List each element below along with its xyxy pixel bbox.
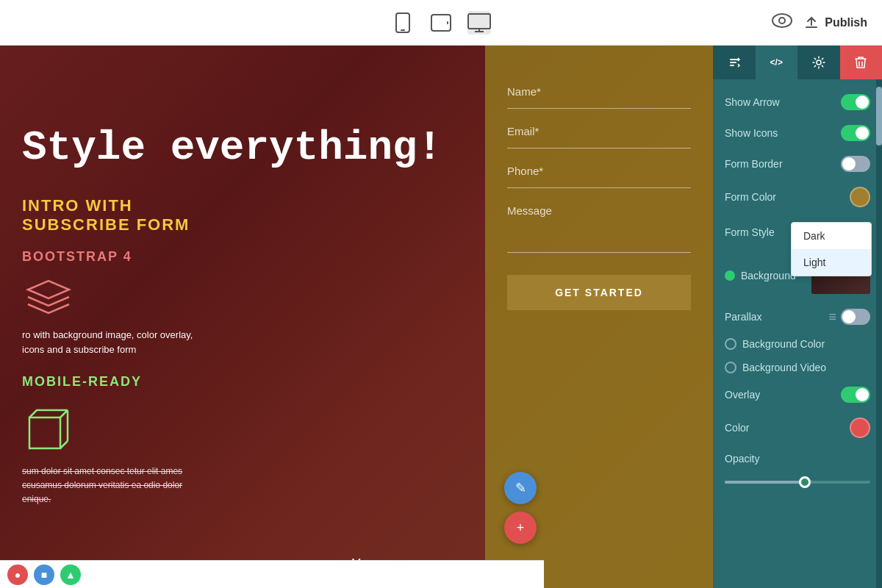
lorem-text: sum dolor sit amet consec tetur elit ame… <box>22 465 470 507</box>
hero-title: Style everything! <box>22 126 470 170</box>
phone-field[interactable] <box>507 154 691 188</box>
show-arrow-label: Show Arrow <box>725 96 780 108</box>
parallax-row: Parallax ≡ <box>713 301 882 332</box>
bottom-icon-2[interactable]: ■ <box>34 564 54 585</box>
color-swatch[interactable] <box>850 417 870 438</box>
overlay-toggle[interactable] <box>841 387 870 403</box>
opacity-label: Opacity <box>725 453 759 465</box>
bg-video-row[interactable]: Background Video <box>713 356 882 379</box>
bg-color-label: Background Color <box>742 338 825 350</box>
hero-heading1: INTRO WITH <box>22 196 470 215</box>
mobile-label: MOBILE-READY <box>22 374 470 390</box>
submit-button[interactable]: GET STARTED <box>507 275 691 310</box>
sidebar-content: Show Arrow Show Icons Form Border <box>713 79 882 588</box>
color-row: Color <box>713 410 882 445</box>
show-arrow-row: Show Arrow <box>713 87 882 118</box>
sidebar-panel: </> Show Arrow <box>713 46 882 588</box>
sidebar-toolbar: </> <box>713 46 882 79</box>
opacity-slider-row <box>713 472 882 488</box>
svg-point-5 <box>772 14 792 27</box>
svg-rect-1 <box>401 29 405 31</box>
form-color-swatch[interactable] <box>850 187 870 207</box>
hero-desc: ro with background image, color overlay,… <box>22 328 470 356</box>
stack-icon <box>22 275 75 319</box>
main-area: Style everything! INTRO WITH SUBSCRIBE F… <box>0 46 882 588</box>
hero-heading2: SUBSCRIBE FORM <box>22 215 470 234</box>
scrollbar-thumb[interactable] <box>876 87 882 146</box>
message-field[interactable] <box>507 194 691 253</box>
canvas: Style everything! INTRO WITH SUBSCRIBE F… <box>0 46 713 588</box>
sidebar-scrollbar[interactable] <box>876 79 882 588</box>
svg-rect-7 <box>29 417 60 448</box>
form-style-dropdown[interactable]: Dark Light <box>791 222 872 276</box>
svg-rect-4 <box>468 14 490 29</box>
form-border-label: Form Border <box>725 158 783 170</box>
bg-color-row[interactable]: Background Color <box>713 332 882 356</box>
publish-button[interactable]: Publish <box>804 15 867 30</box>
show-icons-label: Show Icons <box>725 127 778 139</box>
form-border-toggle[interactable] <box>841 156 870 172</box>
sidebar-sort-button[interactable] <box>713 46 756 79</box>
color-label: Color <box>725 422 749 434</box>
bootstrap-label: BOOTSTRAP 4 <box>22 249 470 265</box>
parallax-toggle[interactable] <box>841 309 870 325</box>
show-arrow-toggle[interactable] <box>841 94 870 110</box>
parallax-label: Parallax <box>725 311 762 323</box>
sidebar-delete-button[interactable] <box>840 46 883 79</box>
hero-left: Style everything! INTRO WITH SUBSCRIBE F… <box>0 46 485 588</box>
form-style-row: Form Style Dark Light ▼ Dark Light <box>713 215 882 250</box>
svg-rect-3 <box>447 21 448 24</box>
hero-background: Style everything! INTRO WITH SUBSCRIBE F… <box>0 46 713 588</box>
fab-edit-button[interactable]: ✎ <box>504 472 537 504</box>
sidebar-code-button[interactable]: </> <box>756 46 798 79</box>
fab-add-button[interactable]: + <box>504 512 537 544</box>
lines-icon: ≡ <box>828 309 836 325</box>
show-icons-toggle[interactable] <box>841 125 870 141</box>
email-field[interactable] <box>507 115 691 148</box>
opacity-slider-track[interactable] <box>725 481 870 484</box>
background-label: Background <box>741 270 796 282</box>
bottom-bar: ● ■ ▲ <box>0 560 544 588</box>
eye-icon[interactable] <box>772 13 792 32</box>
bottom-icon-1[interactable]: ● <box>7 564 28 585</box>
svg-point-6 <box>779 18 785 24</box>
form-style-label: Form Style <box>725 226 775 238</box>
device-switcher <box>391 11 491 35</box>
svg-point-8 <box>817 60 821 65</box>
hero-content: Style everything! INTRO WITH SUBSCRIBE F… <box>0 46 713 588</box>
opacity-slider-thumb[interactable] <box>799 476 811 488</box>
name-field[interactable] <box>507 75 691 109</box>
form-color-row: Form Color <box>713 179 882 215</box>
tablet-icon[interactable] <box>429 11 453 35</box>
bg-video-label: Background Video <box>742 362 826 373</box>
dropdown-item-light[interactable]: Light <box>792 249 871 276</box>
box-icon <box>22 403 75 456</box>
show-icons-row: Show Icons <box>713 118 882 148</box>
header: Publish <box>0 0 882 46</box>
bottom-icon-3[interactable]: ▲ <box>60 564 81 585</box>
phone-icon[interactable] <box>391 11 415 35</box>
sidebar-settings-button[interactable] <box>797 46 840 79</box>
bg-color-radio[interactable] <box>725 338 736 350</box>
header-right: Publish <box>772 13 867 32</box>
opacity-row: Opacity <box>713 445 882 472</box>
bg-video-radio[interactable] <box>725 362 736 373</box>
overlay-row: Overlay <box>713 379 882 410</box>
fab-container: ✎ + <box>504 472 537 544</box>
overlay-label: Overlay <box>725 389 760 401</box>
form-color-label: Form Color <box>725 191 776 203</box>
form-border-row: Form Border <box>713 148 882 179</box>
publish-label: Publish <box>825 16 867 29</box>
desktop-icon[interactable] <box>467 11 491 35</box>
dropdown-item-dark[interactable]: Dark <box>792 223 871 249</box>
